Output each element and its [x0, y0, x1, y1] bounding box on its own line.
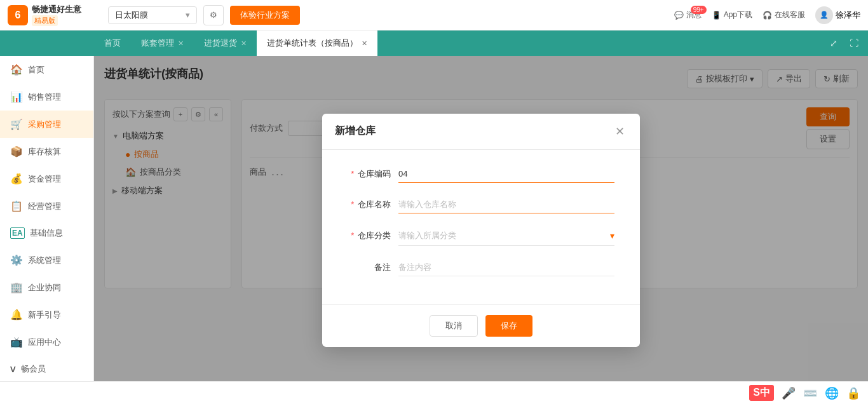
finance-icon: 💰	[10, 173, 23, 185]
keyboard-icon[interactable]: ⌨️	[803, 386, 817, 400]
tab-bar: 首页 账套管理 ✕ 进货退货 ✕ 进货单统计表（按商品） ✕ ⤢ ⛶	[0, 30, 868, 56]
sales-icon: 📊	[10, 91, 23, 103]
online-service-label: 在线客服	[775, 10, 805, 20]
sidebar-item-app-center[interactable]: 📺 应用中心	[0, 328, 93, 356]
dialog-footer: 取消 保存	[322, 304, 640, 347]
chevron-down-icon: ▾	[186, 10, 190, 20]
code-input[interactable]	[398, 165, 614, 183]
tab-purchase-return[interactable]: 进货退货 ✕	[194, 30, 257, 56]
dialog-close-button[interactable]: ✕	[612, 124, 627, 139]
message-icon: 💬	[674, 11, 684, 20]
sidebar-item-management[interactable]: 📋 经营管理	[0, 192, 93, 220]
dialog-header: 新增仓库 ✕	[322, 114, 640, 150]
sidebar-item-vip[interactable]: V 畅会员	[0, 356, 93, 382]
category-select[interactable]: 请输入所属分类 ▾	[398, 226, 614, 246]
sidebar-label-basic-info: 基础信息	[30, 227, 63, 239]
mobile-icon: 📱	[712, 11, 721, 20]
tab-right-buttons: ⤢ ⛶	[825, 34, 868, 52]
logo-area: 6 畅捷通好生意 精易版	[8, 4, 102, 26]
store-selector[interactable]: 日太阳膜 ▾	[108, 6, 197, 24]
sidebar-label-vip: 畅会员	[21, 363, 46, 375]
basic-info-icon: EA	[10, 227, 25, 239]
headset-icon: 🎧	[763, 11, 772, 20]
app-download-item[interactable]: 📱 App下载	[712, 10, 752, 20]
sidebar-label-home: 首页	[28, 64, 44, 76]
logo-text: 畅捷通好生意 精易版	[32, 4, 81, 26]
microphone-icon[interactable]: 🎤	[782, 386, 796, 400]
guide-icon: 🔔	[10, 309, 23, 321]
category-label: 仓库分类	[348, 230, 398, 241]
code-label: 仓库编码	[348, 168, 398, 180]
category-arrow-icon: ▾	[610, 231, 614, 241]
bottom-bar: S中 🎤 ⌨️ 🌐 🔒	[0, 381, 868, 404]
tab-restore-icon[interactable]: ⤢	[825, 34, 843, 52]
name-input[interactable]	[398, 196, 614, 213]
cancel-button[interactable]: 取消	[430, 315, 478, 337]
user-name: 徐泽华	[836, 10, 860, 21]
tab-purchase-stats[interactable]: 进货单统计表（按商品） ✕	[257, 30, 377, 56]
notifications-item[interactable]: 💬 消息 99+	[674, 10, 702, 20]
main-layout: 🏠 首页 📊 销售管理 🛒 采购管理 📦 库存核算 💰 资金管理 📋 经营管理 …	[0, 56, 868, 404]
sidebar: 🏠 首页 📊 销售管理 🛒 采购管理 📦 库存核算 💰 资金管理 📋 经营管理 …	[0, 56, 94, 404]
name-label: 仓库名称	[348, 199, 398, 210]
sidebar-label-inventory: 库存核算	[28, 146, 61, 158]
remark-input[interactable]	[398, 259, 614, 276]
remark-label: 备注	[348, 262, 398, 273]
system-icon: ⚙️	[10, 254, 23, 266]
sidebar-label-guide: 新手引导	[28, 309, 61, 321]
store-name: 日太阳膜	[115, 10, 148, 21]
save-button[interactable]: 保存	[485, 315, 532, 337]
tab-account-close[interactable]: ✕	[178, 39, 184, 48]
tab-account[interactable]: 账套管理 ✕	[131, 30, 194, 56]
sidebar-item-finance[interactable]: 💰 资金管理	[0, 165, 93, 192]
form-row-remark: 备注	[348, 259, 614, 276]
tab-fullscreen-icon[interactable]: ⛶	[845, 34, 863, 52]
dialog-title: 新增仓库	[335, 125, 376, 138]
user-avatar: 👤	[815, 6, 833, 24]
s-icon[interactable]: S中	[749, 385, 774, 401]
tab-purchase-return-close[interactable]: ✕	[241, 39, 247, 48]
language-icon[interactable]: 🌐	[825, 386, 839, 400]
sidebar-item-sales[interactable]: 📊 销售管理	[0, 83, 93, 111]
sidebar-item-inventory[interactable]: 📦 库存核算	[0, 138, 93, 165]
online-service-item[interactable]: 🎧 在线客服	[763, 10, 805, 20]
tab-account-label: 账套管理	[141, 37, 174, 49]
tab-purchase-stats-label: 进货单统计表（按商品）	[267, 37, 358, 49]
tab-purchase-stats-close[interactable]: ✕	[362, 39, 367, 48]
modal-overlay: 新增仓库 ✕ 仓库编码 仓库名称	[94, 56, 868, 404]
management-icon: 📋	[10, 200, 23, 212]
header-right: 💬 消息 99+ 📱 App下载 🎧 在线客服 👤 徐泽华	[674, 6, 860, 24]
inventory-icon: 📦	[10, 145, 23, 158]
vip-icon: V	[10, 365, 16, 374]
sidebar-item-guide[interactable]: 🔔 新手引导	[0, 301, 93, 328]
top-header: 6 畅捷通好生意 精易版 日太阳膜 ▾ ⚙ 体验行业方案 💬 消息 99+ 📱 …	[0, 0, 868, 30]
tab-purchase-return-label: 进货退货	[204, 37, 237, 49]
settings-icon[interactable]: ⚙	[203, 5, 224, 25]
home-icon: 🏠	[10, 64, 23, 76]
sidebar-item-purchase[interactable]: 🛒 采购管理	[0, 111, 93, 138]
sidebar-label-enterprise: 企业协同	[28, 282, 61, 293]
tab-home[interactable]: 首页	[94, 30, 131, 56]
lock-icon[interactable]: 🔒	[846, 386, 860, 400]
form-row-code: 仓库编码	[348, 165, 614, 183]
dialog-body: 仓库编码 仓库名称 仓库分类	[322, 150, 640, 304]
notifications-badge: 99+	[691, 6, 707, 14]
sidebar-label-system: 系统管理	[28, 255, 61, 266]
app-center-icon: 📺	[10, 336, 23, 348]
category-placeholder: 请输入所属分类	[398, 230, 456, 241]
sidebar-item-home[interactable]: 🏠 首页	[0, 56, 93, 83]
app-download-label: App下载	[724, 10, 752, 20]
user-area[interactable]: 👤 徐泽华	[815, 6, 860, 24]
tab-home-label: 首页	[104, 37, 121, 49]
dialog-new-warehouse: 新增仓库 ✕ 仓库编码 仓库名称	[322, 114, 640, 347]
sidebar-label-finance: 资金管理	[28, 173, 61, 185]
trial-button[interactable]: 体验行业方案	[230, 6, 300, 25]
sidebar-label-app-center: 应用中心	[28, 337, 61, 348]
enterprise-icon: 🏢	[10, 281, 23, 293]
form-row-name: 仓库名称	[348, 196, 614, 213]
sidebar-item-system[interactable]: ⚙️ 系统管理	[0, 246, 93, 274]
sidebar-item-enterprise[interactable]: 🏢 企业协同	[0, 274, 93, 301]
sidebar-item-basic-info[interactable]: EA 基础信息	[0, 220, 93, 246]
logo-icon: 6	[8, 5, 28, 25]
content-area: 进货单统计(按商品) 🖨 按模板打印 ▾ ↗ 导出 ↻ 刷新	[94, 56, 868, 404]
